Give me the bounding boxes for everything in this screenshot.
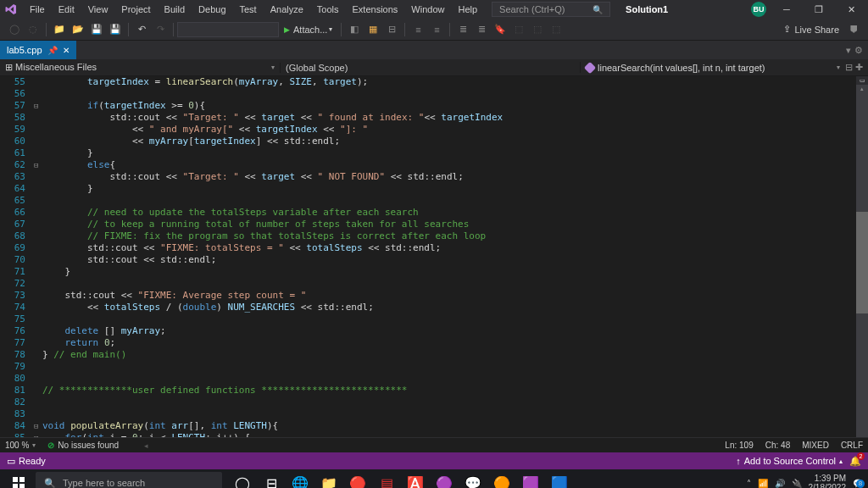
status-char: Ch: 48 [765, 441, 790, 450]
status-crlf: CRLF [841, 441, 863, 450]
live-share-button[interactable]: ⇪ Live Share [778, 24, 844, 35]
start-button[interactable] [5, 469, 32, 488]
indent-icon[interactable]: ≡ [409, 21, 426, 38]
status-ready: Ready [19, 456, 46, 466]
check-icon: ⊘ [47, 441, 54, 450]
separator [46, 23, 47, 36]
menu-build[interactable]: Build [159, 2, 191, 17]
blender-icon[interactable]: 🟠 [488, 469, 515, 488]
comment-icon[interactable]: ≣ [454, 21, 471, 38]
config-dropdown[interactable] [177, 22, 279, 37]
context-project-dropdown[interactable]: ⊞ Miscellaneous Files▾ [0, 62, 280, 73]
cortana-icon[interactable]: ⊟ [258, 469, 285, 488]
close-button[interactable]: ✕ [839, 0, 863, 19]
vs-app-icon[interactable]: 🟪 [517, 469, 544, 488]
notifications-button[interactable]: 🔔2 [849, 456, 861, 467]
close-tab-icon[interactable]: ✕ [63, 46, 70, 55]
edge-icon[interactable]: 🌐 [287, 469, 314, 488]
bookmark-icon[interactable]: 🔖 [492, 21, 509, 38]
power-icon[interactable]: 🔌 [792, 479, 802, 488]
maximize-button[interactable]: ❐ [807, 0, 831, 19]
svg-rect-3 [19, 484, 25, 488]
code-editor[interactable]: targetIndex = linearSearch(myArray, SIZE… [34, 76, 856, 437]
undo-button[interactable]: ↶ [133, 21, 150, 38]
menu-debug[interactable]: Debug [192, 2, 231, 17]
access-icon[interactable]: 🅰️ [402, 469, 429, 488]
explorer-icon[interactable]: 📁 [315, 469, 342, 488]
menu-file[interactable]: File [24, 2, 51, 17]
menu-help[interactable]: Help [452, 2, 483, 17]
new-project-button[interactable]: 📁 [51, 21, 68, 38]
scroll-up-icon[interactable]: ▴ [856, 85, 868, 93]
solution-name: Solution1 [626, 4, 668, 14]
app-icon[interactable]: 🟣 [431, 469, 458, 488]
search-placeholder: Type here to search [63, 478, 145, 488]
function-icon [584, 61, 596, 73]
taskbar-clock[interactable]: 1:39 PM 2/18/2022 [809, 474, 847, 488]
search-icon: 🔍 [593, 5, 603, 14]
separator [128, 23, 129, 36]
tool-icon[interactable]: ⊟ [383, 21, 400, 38]
chevron-icon[interactable]: ▾ [32, 441, 36, 449]
menu-analyze[interactable]: Analyze [264, 2, 309, 17]
search-placeholder: Search (Ctrl+Q) [499, 4, 565, 14]
menu-tools[interactable]: Tools [311, 2, 345, 17]
separator [173, 23, 174, 36]
tool-icon[interactable]: ⬚ [510, 21, 527, 38]
taskbar-search-input[interactable]: 🔍 Type here to search [36, 472, 222, 488]
menu-edit[interactable]: Edit [53, 2, 81, 17]
redo-button[interactable]: ↷ [152, 21, 169, 38]
word-icon[interactable]: 🟦 [546, 469, 573, 488]
task-view-icon[interactable]: ◯ [229, 469, 256, 488]
tool-icon[interactable]: ◧ [346, 21, 363, 38]
menu-view[interactable]: View [82, 2, 114, 17]
admin-icon[interactable]: ⛊ [845, 21, 862, 38]
zoom-level[interactable]: 100 % [5, 441, 29, 450]
global-search-input[interactable]: Search (Ctrl+Q) 🔍 [492, 2, 610, 17]
svg-rect-1 [19, 477, 25, 482]
open-button[interactable]: 📂 [70, 21, 86, 38]
nav-fwd-button[interactable]: ◌ [25, 21, 42, 38]
context-scope-dropdown[interactable]: (Global Scope) [280, 63, 580, 73]
menu-extensions[interactable]: Extensions [347, 2, 404, 17]
file-tab[interactable]: lab5.cpp 📌 ✕ [0, 41, 76, 59]
pdf-app-icon[interactable]: ▤ [373, 469, 400, 488]
context-function-dropdown[interactable]: linearSearch(int values[], int n, int ta… [580, 62, 868, 73]
wifi-icon[interactable]: 📶 [758, 479, 768, 488]
menu-project[interactable]: Project [115, 2, 156, 17]
menu-test[interactable]: Test [234, 2, 263, 17]
nav-back-button[interactable]: ◯ [6, 21, 23, 38]
tool-icon[interactable]: ⬚ [529, 21, 546, 38]
gear-icon[interactable]: ⚙ [854, 45, 863, 56]
pin-icon[interactable]: 📌 [47, 46, 58, 55]
svg-rect-0 [13, 477, 18, 482]
scroll-thumb[interactable] [856, 212, 868, 313]
action-center-icon[interactable]: 💬8 [853, 479, 863, 488]
split-icon[interactable]: ▭ [856, 76, 868, 85]
indent-icon[interactable]: ≡ [428, 21, 445, 38]
vertical-scrollbar[interactable]: ▭ ▴ [856, 76, 868, 437]
source-control-button[interactable]: ↑ Add to Source Control ▴ [736, 456, 843, 466]
play-icon: ▶ [284, 25, 290, 34]
doc-dropdown-icon[interactable]: ▾ [846, 45, 851, 56]
attach-button[interactable]: ▶ Attach... ▾ [279, 23, 337, 36]
line-number-gutter: 5556575859606162636465666768697071727374… [0, 76, 34, 437]
minimize-button[interactable]: ─ [775, 0, 798, 19]
issues-status[interactable]: ⊘ No issues found [47, 441, 119, 450]
chevron-up-icon: ▴ [839, 458, 843, 465]
search-icon: 🔍 [44, 478, 56, 489]
file-tab-label: lab5.cpp [7, 45, 42, 55]
tray-chevron-icon[interactable]: ˄ [747, 479, 751, 488]
menu-window[interactable]: Window [405, 2, 450, 17]
tool-icon[interactable]: ⬚ [548, 21, 565, 38]
discord-icon[interactable]: 💬 [459, 469, 487, 488]
live-share-icon: ⇪ [783, 24, 791, 35]
chrome-icon[interactable]: 🔴 [344, 469, 371, 488]
output-icon[interactable]: ▭ [7, 456, 15, 467]
save-all-button[interactable]: 💾 [107, 21, 124, 38]
save-button[interactable]: 💾 [88, 21, 105, 38]
volume-icon[interactable]: 🔊 [775, 479, 785, 488]
tool-icon[interactable]: ▦ [364, 21, 381, 38]
user-avatar[interactable]: BU [751, 2, 766, 17]
uncomment-icon[interactable]: ≣ [473, 21, 490, 38]
